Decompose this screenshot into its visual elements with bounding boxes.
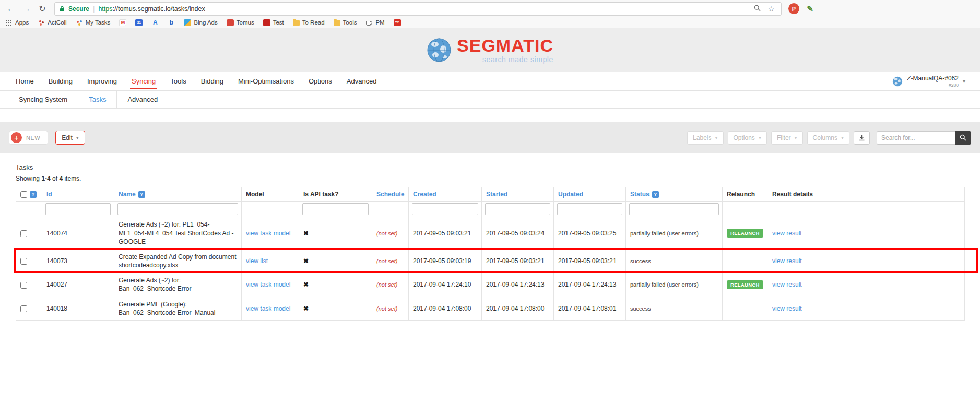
cell-started: 2017-09-04 17:08:00 [482,297,554,320]
nav-item-syncing[interactable]: Syncing [124,72,163,90]
cell-model: view list [242,249,299,273]
segmatic-logo[interactable]: SEGMATIC search made simple [427,37,553,64]
new-button[interactable]: + NEW [9,131,48,145]
bookmark-gmail-m[interactable]: M [119,19,126,26]
column-header-schedule[interactable]: Schedule [372,187,409,202]
help-icon[interactable]: ? [30,191,37,198]
bookmark-my-tasks[interactable]: My Tasks [76,19,111,26]
bookmark-bing-ads[interactable]: Bing Ads [184,19,217,26]
view-result-link[interactable]: view result [772,281,802,288]
column-header-name[interactable]: Name? [114,187,242,202]
cell-api: ✖ [299,273,372,297]
nav-item-mini-optimisations[interactable]: Mini-Optimisations [231,72,301,90]
nav-item-advanced[interactable]: Advanced [339,72,384,90]
cell-started: 2017-09-05 09:03:21 [482,249,554,273]
nav-item-building[interactable]: Building [41,72,80,90]
cell-started: 2017-09-05 09:03:24 [482,217,554,250]
folder-icon [293,20,300,26]
user-avatar [892,76,903,87]
model-link[interactable]: view list [246,257,268,265]
column-header-updated[interactable]: Updated [554,187,626,202]
bookmark-apps[interactable]: Apps [5,19,29,26]
nav-item-home[interactable]: Home [8,72,41,90]
columns-dropdown-button[interactable]: Columns ▾ [807,131,849,145]
options-dropdown-button[interactable]: Options ▾ [728,131,767,145]
nav-item-improving[interactable]: Improving [80,72,124,90]
subnav-item-tasks[interactable]: Tasks [78,91,117,108]
column-header-created[interactable]: Created [409,187,482,202]
spacer [0,109,980,122]
bookmark-tomus[interactable]: Tomus [227,19,254,26]
filter-input-started[interactable] [485,203,550,215]
letter-a-icon: A [151,19,159,26]
bookmark-pm[interactable]: PM [365,19,384,26]
extension-icon-p[interactable]: P [788,3,799,14]
subnav-item-advanced[interactable]: Advanced [117,91,168,108]
filter-dropdown-button[interactable]: Filter ▾ [771,131,803,145]
bookmark-tools[interactable]: Tools [334,19,357,26]
row-checkbox[interactable] [20,230,27,237]
cell-result: view result [768,297,965,320]
filter-input-created[interactable] [412,203,478,215]
bookmark-to-read[interactable]: To Read [293,19,325,26]
chevron-down-icon: ▾ [76,135,79,140]
filter-input-status[interactable] [629,203,719,215]
bookmarks-bar: Apps ActColl My Tasks M 31 A b Bing Ads … [0,17,980,28]
zoom-icon[interactable] [752,5,762,13]
bookmark-actcoll[interactable]: ActColl [38,19,66,26]
cell-status: partially failed (user errors) [626,273,723,297]
test-red-icon [263,19,270,26]
column-header-status[interactable]: Status? [626,187,723,202]
cell-created: 2017-09-04 17:24:10 [409,273,482,297]
view-result-link[interactable]: view result [772,257,802,265]
model-link[interactable]: view task model [246,230,290,237]
relaunch-button[interactable]: RELAUNCH [727,229,763,238]
view-result-link[interactable]: view result [772,230,802,237]
bookmark-letter-a[interactable]: A [151,19,159,26]
labels-dropdown-button[interactable]: Labels ▾ [687,131,723,145]
column-header-started[interactable]: Started [482,187,554,202]
row-checkbox[interactable] [20,282,27,289]
bookmark-star-icon[interactable]: ☆ [766,5,776,13]
help-icon[interactable]: ? [652,191,659,198]
nav-item-options[interactable]: Options [301,72,339,90]
nav-item-tools[interactable]: Tools [163,72,193,90]
extension-icon-pencil[interactable]: ✎ [805,3,816,14]
help-icon[interactable]: ? [138,191,145,198]
browser-forward-button[interactable]: → [20,3,33,15]
cell-started: 2017-09-04 17:24:13 [482,273,554,297]
relaunch-button[interactable]: RELAUNCH [727,280,763,289]
view-result-link[interactable]: view result [772,305,802,312]
table-header-row: ?IdName?ModelIs API task?ScheduleCreated… [16,187,965,202]
model-link[interactable]: view task model [246,305,290,312]
edit-dropdown-button[interactable]: Edit ▾ [55,131,85,145]
bookmark-calendar-31[interactable]: 31 [135,19,143,26]
address-bar[interactable]: Secure | https://tomus.segmatic.io/tasks… [54,2,782,16]
export-button[interactable] [854,131,870,145]
content-panel: Tasks Showing 1-4 of 4 items. ?IdName?Mo… [0,153,980,402]
select-all-checkbox[interactable] [20,191,27,198]
logo-tagline: search made simple [482,55,553,64]
browser-back-button[interactable]: ← [4,3,18,15]
filter-input-api[interactable] [302,203,369,215]
user-menu[interactable]: Z-ManualQA-#062 #280 ▾ [892,72,965,90]
bookmark-test[interactable]: Test [263,19,284,26]
search-button[interactable] [955,131,971,145]
filter-input-name[interactable] [117,203,238,215]
row-checkbox[interactable] [20,305,27,312]
bookmark-bing-b[interactable]: b [168,19,175,26]
nav-item-bidding[interactable]: Bidding [194,72,231,90]
search-input[interactable] [877,131,955,145]
bookmark-tc-badge[interactable]: TC [394,19,401,26]
subnav-item-syncing-system[interactable]: Syncing System [8,91,78,108]
column-header-id[interactable]: Id [42,187,114,202]
nav-item-label: Mini-Optimisations [238,77,294,85]
nav-item-label: Tools [170,77,186,85]
filter-input-updated[interactable] [557,203,622,215]
omnibox-divider: | [93,5,95,13]
filter-input-id[interactable] [45,203,111,215]
browser-refresh-button[interactable]: ↻ [36,3,49,15]
row-checkbox[interactable] [20,258,27,265]
download-icon [858,134,865,141]
model-link[interactable]: view task model [246,281,290,288]
